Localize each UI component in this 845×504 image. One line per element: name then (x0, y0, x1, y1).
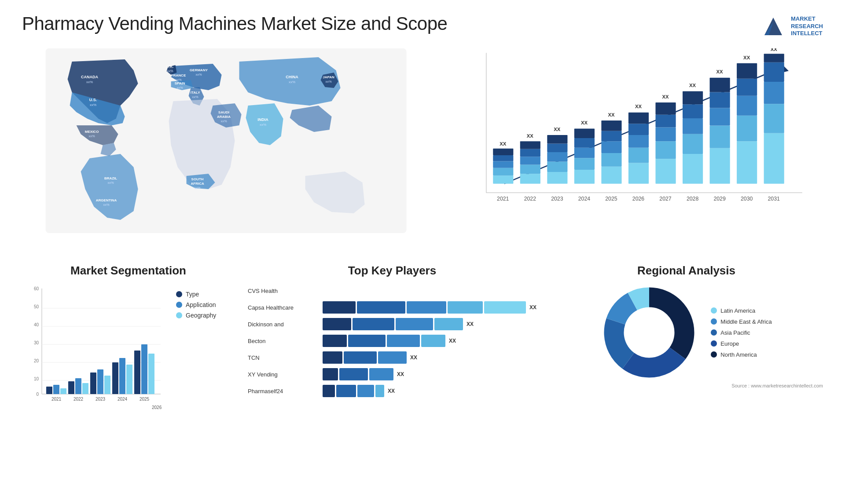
svg-rect-48 (520, 149, 540, 157)
svg-rect-66 (602, 131, 622, 142)
logo: MARKET RESEARCH INTELLECT (760, 13, 823, 40)
svg-rect-76 (656, 141, 676, 159)
legend-application: Application (176, 301, 216, 308)
svg-rect-139 (112, 362, 118, 394)
svg-text:50: 50 (34, 304, 39, 309)
svg-rect-94 (737, 116, 757, 141)
svg-text:xx%: xx% (194, 186, 201, 190)
player-name-tcn: TCN (248, 354, 318, 361)
svg-text:2029: 2029 (714, 196, 726, 202)
svg-rect-70 (628, 148, 649, 163)
svg-rect-134 (75, 378, 81, 394)
legend-geography: Geography (176, 312, 216, 319)
svg-rect-54 (547, 143, 567, 152)
svg-text:ARABIA: ARABIA (217, 115, 231, 119)
map-container: CANADA xx% U.S. xx% MEXICO xx% BRAZIL xx… (22, 48, 430, 251)
svg-text:JAPAN: JAPAN (323, 75, 334, 79)
svg-rect-132 (60, 388, 66, 394)
svg-text:20: 20 (34, 358, 39, 363)
legend-mea: Middle East & Africa (711, 318, 772, 325)
svg-rect-88 (710, 125, 730, 148)
legend-asia-pacific: Asia Pacific (711, 329, 772, 336)
player-bar-cvs (323, 284, 536, 297)
svg-rect-95 (737, 96, 757, 116)
svg-text:XX: XX (635, 104, 642, 109)
svg-rect-85 (683, 91, 703, 104)
player-bar-tcn: XX (323, 351, 536, 364)
player-bar-xy: XX (323, 368, 536, 381)
svg-text:2023: 2023 (551, 196, 563, 202)
svg-text:xx%: xx% (325, 80, 332, 84)
legend-europe: Europe (711, 340, 772, 347)
legend-na-label: North America (720, 351, 757, 358)
svg-text:XX: XX (554, 127, 561, 132)
bar-seg-4 (434, 318, 463, 330)
svg-text:2022: 2022 (73, 397, 84, 402)
player-row-pharma: Pharmaself24 XX (248, 384, 536, 398)
svg-rect-39 (493, 175, 513, 183)
svg-rect-99 (764, 133, 784, 184)
players-list: CVS Health Capsa Healthcare XX (248, 284, 536, 398)
bar-seg-2 (348, 335, 386, 347)
svg-text:2024: 2024 (578, 196, 591, 202)
bar-chart-svg: XX XX XX (452, 48, 823, 224)
regional-legend: Latin America Middle East & Africa Asia … (711, 307, 772, 358)
svg-rect-52 (547, 161, 567, 172)
svg-rect-59 (574, 148, 595, 158)
bar-seg-3 (357, 385, 374, 397)
svg-rect-130 (46, 387, 52, 394)
bar-seg-4 (375, 385, 384, 397)
svg-rect-100 (764, 104, 784, 133)
seg-chart-svg: 60 50 40 30 20 10 0 (22, 284, 163, 412)
svg-text:0: 0 (36, 392, 39, 397)
key-players-title: Top Key Players (248, 264, 536, 278)
legend-europe-dot (711, 340, 717, 347)
map-svg: CANADA xx% U.S. xx% MEXICO xx% BRAZIL xx… (22, 48, 430, 233)
svg-rect-102 (764, 62, 784, 82)
svg-rect-141 (126, 365, 132, 394)
svg-text:2028: 2028 (687, 196, 699, 202)
page: Pharmacy Vending Machines Market Size an… (0, 0, 845, 504)
svg-text:AFRICA: AFRICA (191, 182, 204, 186)
svg-rect-64 (602, 153, 622, 167)
player-value-dickinson: XX (467, 321, 474, 327)
svg-text:U.S.: U.S. (89, 98, 97, 102)
player-bar-becton: XX (323, 334, 536, 347)
svg-rect-87 (710, 148, 730, 184)
svg-text:CANADA: CANADA (81, 75, 98, 79)
player-value-xy: XX (397, 371, 404, 377)
svg-text:xx%: xx% (88, 134, 95, 138)
svg-text:XX: XX (527, 133, 534, 139)
player-bar-pharma: XX (323, 384, 536, 398)
svg-text:XX: XX (662, 94, 669, 99)
key-players-section: Top Key Players CVS Health Capsa Healthc… (248, 264, 536, 440)
svg-text:ARGENTINA: ARGENTINA (96, 198, 117, 202)
svg-text:2025: 2025 (605, 196, 617, 202)
bar-seg-2 (339, 368, 368, 380)
svg-text:2026: 2026 (632, 196, 645, 202)
svg-text:INDIA: INDIA (257, 117, 268, 122)
svg-text:2025: 2025 (140, 397, 150, 402)
svg-text:xx%: xx% (90, 103, 96, 107)
svg-text:XX: XX (743, 55, 750, 60)
svg-rect-73 (628, 113, 649, 124)
svg-text:2027: 2027 (659, 196, 672, 202)
svg-rect-140 (119, 358, 125, 394)
player-row-cvs: CVS Health (248, 284, 536, 297)
bar-seg-1 (323, 301, 356, 314)
player-bar-capsa: XX (323, 301, 536, 314)
svg-text:2024: 2024 (118, 397, 128, 402)
bar-seg-1 (323, 368, 338, 380)
svg-rect-60 (574, 138, 595, 148)
logo-icon (760, 13, 786, 40)
svg-rect-63 (602, 167, 622, 184)
svg-rect-61 (574, 129, 595, 139)
legend-mea-dot (711, 318, 717, 325)
bar-seg-2 (353, 318, 394, 330)
legend-mea-label: Middle East & Africa (720, 318, 772, 325)
svg-text:xx%: xx% (86, 80, 93, 84)
svg-rect-46 (520, 165, 540, 174)
bar-seg-2 (344, 351, 377, 364)
bar-seg-4 (421, 335, 445, 347)
player-row-xy: XY Vending XX (248, 368, 536, 381)
